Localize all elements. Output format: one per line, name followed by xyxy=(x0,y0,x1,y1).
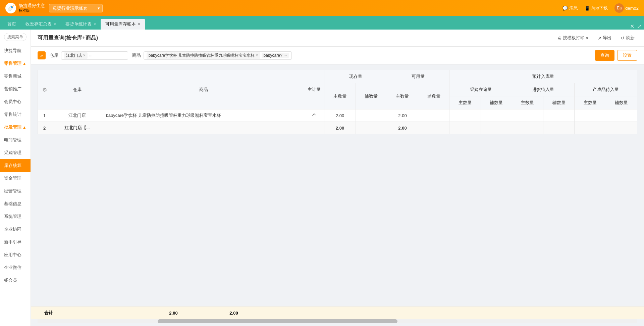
tab-order-stats[interactable]: 要货单统计表 × xyxy=(61,19,101,30)
sidebar-item-system[interactable]: 系统管理 xyxy=(0,210,31,223)
logo-line1: 畅捷通好生意 xyxy=(19,3,45,8)
expand-btn[interactable]: ⤢ xyxy=(637,23,641,30)
sidebar-item-inventory[interactable]: 库存核算 xyxy=(0,159,31,172)
sidebar-item-retail-stats[interactable]: 零售统计 xyxy=(0,108,31,121)
th-production-pending: 产成品待入量 xyxy=(575,83,637,96)
table-scrollbar[interactable] xyxy=(38,319,637,323)
marketing-label: 营销推广 xyxy=(4,86,21,92)
th-incoming-main: 主数量 xyxy=(512,96,543,109)
tab-available-ledger-close[interactable]: × xyxy=(138,22,140,27)
product-tag-1[interactable]: babycare学饮杯 儿童防摔防撞吸管杯重力球吸嘴杯宝宝水杯 × xyxy=(147,52,260,59)
warehouse-tag-1[interactable]: 江北门店 × xyxy=(64,52,88,59)
sidebar-item-enterprise-wechat[interactable]: 企业微信 xyxy=(0,261,31,274)
wholesale-section-arrow: ▲ xyxy=(22,125,26,130)
table-scrollbar-thumb[interactable] xyxy=(158,319,397,323)
sidebar-section-retail[interactable]: 零售管理 ▲ xyxy=(0,57,31,70)
warehouse-tag-container[interactable]: 江北门店 × ··· xyxy=(61,51,128,60)
basic-info-label: 基础信息 xyxy=(4,201,21,207)
warehouse-label: 仓库 xyxy=(50,52,58,58)
cell-incoming-aux xyxy=(543,109,575,122)
print-icon: 🖨 xyxy=(557,36,561,41)
refresh-btn[interactable]: ↺ 刷新 xyxy=(618,34,637,42)
product-label: 商品 xyxy=(132,52,141,58)
tab-receive-summary-close[interactable]: × xyxy=(54,22,56,27)
th-available: 可用量 xyxy=(387,70,449,83)
sidebar-item-marketing[interactable]: 营销推广 xyxy=(0,83,31,95)
product-tag-text-1: babycare学饮杯 儿童防摔防撞吸管杯重力球吸嘴杯宝宝水杯 xyxy=(149,53,255,58)
footer-available-main: 2.00 xyxy=(219,311,249,316)
sidebar-item-retail-mall[interactable]: 零售商城 xyxy=(0,70,31,83)
store-selector-wrap[interactable]: 母婴行业演示账套 xyxy=(49,4,103,12)
sidebar-item-quick-nav[interactable]: 快捷导航 xyxy=(0,44,31,57)
th-settings[interactable]: ⚙ xyxy=(38,70,51,109)
search-input[interactable] xyxy=(4,33,26,41)
sidebar-item-enterprise[interactable]: 企业协同 xyxy=(0,223,31,236)
refresh-icon: ↺ xyxy=(621,36,625,41)
cell-warehouse: 江北门店【... xyxy=(51,122,103,134)
tab-receive-summary[interactable]: 收发存汇总表 × xyxy=(21,19,61,30)
warehouse-tag-remove[interactable]: × xyxy=(83,53,86,58)
main-layout: 快捷导航 零售管理 ▲ 零售商城 营销推广 会员中心 零售统计 批发管理 ▲ 电… xyxy=(0,30,644,326)
cell-seq: 1 xyxy=(38,109,51,122)
product-tag-2[interactable]: babycare? ··· xyxy=(262,53,289,58)
tab-order-stats-close[interactable]: × xyxy=(94,22,96,27)
cell-stock-aux xyxy=(356,122,387,134)
warehouse-dots[interactable]: ··· xyxy=(89,53,93,58)
sidebar-item-basic-info[interactable]: 基础信息 xyxy=(0,197,31,210)
table-container: ⚙ 仓库 商品 主计量 现存量 可用量 预计入库量 主数量 辅数量 主数量 辅数… xyxy=(31,64,644,306)
store-selector[interactable]: 母婴行业演示账套 xyxy=(49,4,103,12)
filter-toggle-btn[interactable]: » xyxy=(38,51,46,59)
product-tag-remove-1[interactable]: × xyxy=(256,53,258,58)
th-planned-inbound: 预计入库量 xyxy=(449,70,637,83)
logo-text: 畅捷通好生意 标准版 xyxy=(19,3,45,13)
setting-btn[interactable]: 设置 xyxy=(617,50,637,61)
sidebar-item-member[interactable]: 会员中心 xyxy=(0,95,31,108)
user-menu[interactable]: Ea demo2 xyxy=(614,3,639,13)
cell-production-main xyxy=(575,122,606,134)
print-chevron: ▾ xyxy=(586,36,588,41)
member-label: 会员中心 xyxy=(4,99,21,105)
export-btn[interactable]: ↗ 导出 xyxy=(595,34,614,42)
tab-home-label: 首页 xyxy=(7,21,16,27)
logo-sub: 标准版 xyxy=(19,8,45,13)
sidebar-section-wholesale[interactable]: 批发管理 ▲ xyxy=(0,121,31,134)
sidebar-item-app-center[interactable]: 应用中心 xyxy=(0,248,31,261)
message-icon: 💬 xyxy=(562,6,568,11)
cell-available-main: 2.00 xyxy=(387,122,418,134)
avatar: Ea xyxy=(614,3,624,13)
close-all-btn[interactable]: ✕ xyxy=(630,23,634,30)
app-download-btn[interactable]: 📱 App下载 xyxy=(585,5,608,11)
cell-warehouse: 江北门店 xyxy=(51,109,103,122)
top-bar-right: 💬 消息 📱 App下载 Ea demo2 xyxy=(562,3,639,13)
table-footer: 合计 2.00 2.00 xyxy=(31,306,644,319)
settings-icon[interactable]: ⚙ xyxy=(42,87,47,93)
message-btn[interactable]: 💬 消息 xyxy=(562,5,578,11)
quick-nav-label: 快捷导航 xyxy=(4,48,21,54)
print-template-btn[interactable]: 🖨 按模板打印 ▾ xyxy=(554,34,591,42)
query-btn[interactable]: 查询 xyxy=(595,50,614,61)
sidebar-item-operations[interactable]: 经营管理 xyxy=(0,185,31,197)
tab-available-ledger[interactable]: 可用量库存账本 × xyxy=(101,19,145,30)
th-purchase-transit: 采购在途量 xyxy=(449,83,512,96)
footer-label: 合计 xyxy=(38,310,64,316)
cell-unit xyxy=(304,122,324,134)
tab-home[interactable]: 首页 xyxy=(3,19,21,30)
enterprise-label: 企业协同 xyxy=(4,226,21,232)
cell-unit: 个 xyxy=(304,109,324,122)
th-stock-aux: 辅数量 xyxy=(356,83,387,109)
cell-incoming-main xyxy=(512,109,543,122)
filter-bar: » 仓库 江北门店 × ··· 商品 babycare学饮杯 儿童防摔防撞吸管杯… xyxy=(31,47,644,64)
cell-product: babycare学饮杯 儿童防摔防撞吸管杯重力球吸嘴杯宝宝水杯 xyxy=(103,109,304,122)
sidebar-item-member-vip[interactable]: 畅会员 xyxy=(0,274,31,287)
product-tag-container[interactable]: babycare学饮杯 儿童防摔防撞吸管杯重力球吸嘴杯宝宝水杯 × babyca… xyxy=(144,51,292,60)
sidebar-item-new-user[interactable]: 新手引导 xyxy=(0,236,31,248)
footer-stock-main: 2.00 xyxy=(158,311,189,316)
sidebar-item-finance[interactable]: 资金管理 xyxy=(0,172,31,185)
sidebar-item-purchase[interactable]: 采购管理 xyxy=(0,146,31,159)
sidebar-item-ecommerce[interactable]: 电商管理 xyxy=(0,134,31,146)
member-vip-label: 畅会员 xyxy=(4,277,17,283)
cell-purchase-main xyxy=(449,122,481,134)
footer-values: 2.00 2.00 xyxy=(64,311,637,316)
operations-label: 经营管理 xyxy=(4,188,21,194)
retail-mall-label: 零售商城 xyxy=(4,73,21,79)
